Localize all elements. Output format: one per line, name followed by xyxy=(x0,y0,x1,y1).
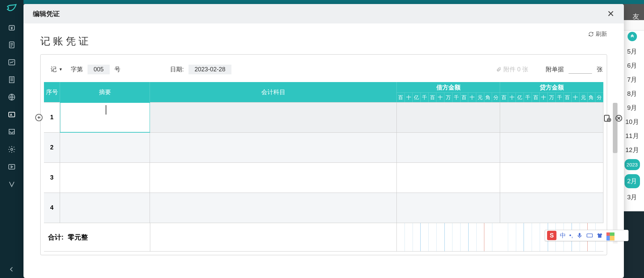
table-total-row: 合计: 零元整 xyxy=(44,223,603,252)
row-index: 2 xyxy=(44,133,60,162)
refresh-button[interactable]: 刷新 xyxy=(596,30,607,38)
bill-count-input[interactable] xyxy=(569,65,592,74)
table-body: + 1 2 xyxy=(44,102,603,223)
friend-char: 友 xyxy=(633,12,639,21)
table-scrollbar[interactable] xyxy=(613,103,618,244)
modal-title: 编辑凭证 xyxy=(33,9,60,18)
ime-mode[interactable]: 中 xyxy=(560,231,566,239)
debit-cell[interactable] xyxy=(397,133,500,162)
ime-shirt-icon[interactable] xyxy=(596,232,603,239)
ime-punct-icon[interactable]: •, xyxy=(569,232,573,239)
table-header: 序号 摘要 会计科目 借方金额 百十亿千百十万千百十元角分 贷方金额 百十亿千百… xyxy=(44,82,603,102)
voucher-type-select[interactable]: 记 ▼ xyxy=(47,64,66,75)
debit-cell[interactable] xyxy=(397,163,500,193)
table-row[interactable]: 3 xyxy=(44,162,603,193)
chevron-down-icon: ▼ xyxy=(59,67,63,72)
total-text: 零元整 xyxy=(68,233,88,242)
voucher-table: 序号 摘要 会计科目 借方金额 百十亿千百十万千百十元角分 贷方金额 百十亿千百… xyxy=(44,82,603,252)
summary-cell[interactable] xyxy=(60,102,150,132)
date-label: 日期: xyxy=(170,65,184,73)
th-index: 序号 xyxy=(44,82,60,102)
nav-chart-icon[interactable] xyxy=(8,58,16,66)
modal-close-button[interactable]: ✕ xyxy=(607,9,614,18)
nav-gear-icon[interactable] xyxy=(8,145,16,153)
edit-voucher-modal: 编辑凭证 ✕ 刷新 记账凭证 记 ▼ 字第 005 号 日期: 2023-02-… xyxy=(23,4,624,278)
nav-receipt-icon[interactable] xyxy=(8,76,16,84)
nav-collapse-icon[interactable] xyxy=(8,265,16,273)
refresh-icon[interactable] xyxy=(588,31,594,37)
modal-header: 编辑凭证 ✕ xyxy=(23,4,624,23)
debit-cell[interactable] xyxy=(397,193,500,223)
ime-logo-icon: S xyxy=(547,231,556,240)
svg-rect-7 xyxy=(9,164,15,169)
table-row[interactable]: 4 xyxy=(44,193,603,223)
th-debit: 借方金额 百十亿千百十万千百十元角分 xyxy=(397,82,500,102)
month-pill-active[interactable]: 2月 xyxy=(625,174,640,188)
bill-label: 附单据 xyxy=(546,65,564,73)
th-account: 会计科目 xyxy=(150,82,397,102)
debit-digit-labels: 百十亿千百十万千百十元角分 xyxy=(397,93,500,102)
account-cell[interactable] xyxy=(150,163,397,193)
row-insert-icon[interactable] xyxy=(603,114,611,122)
ime-bar[interactable]: S 中 •, xyxy=(545,230,629,241)
row-index: 4 xyxy=(44,193,60,223)
voucher-number-input[interactable]: 005 xyxy=(88,65,110,74)
svg-rect-5 xyxy=(9,112,15,117)
row-tools xyxy=(603,114,623,122)
nav-card-icon[interactable] xyxy=(8,111,16,119)
voucher-sheet: 记 ▼ 字第 005 号 日期: 2023-02-28 附件 0 张 附单据 张 xyxy=(40,54,607,255)
credit-cell[interactable] xyxy=(500,133,603,162)
credit-digit-labels: 百十亿千百十万千百十元角分 xyxy=(500,93,603,102)
credit-cell[interactable] xyxy=(500,193,603,223)
voucher-date-input[interactable]: 2023-02-28 xyxy=(189,65,231,74)
summary-cell[interactable] xyxy=(60,133,150,162)
table-row[interactable]: + 1 xyxy=(44,102,603,132)
account-cell[interactable] xyxy=(150,133,397,162)
hao-label: 号 xyxy=(114,65,120,73)
ime-mic-icon[interactable] xyxy=(576,232,583,239)
th-summary: 摘要 xyxy=(60,82,150,102)
account-cell[interactable] xyxy=(150,102,397,132)
row-index: 3 xyxy=(44,163,60,193)
credit-cell[interactable] xyxy=(500,102,603,132)
nav-video-icon[interactable] xyxy=(8,163,16,171)
nav-doc-icon[interactable] xyxy=(8,41,16,49)
total-debit xyxy=(397,223,500,251)
left-nav xyxy=(0,0,23,278)
brand-logo-icon xyxy=(6,3,17,14)
year-pill[interactable]: 2023 xyxy=(625,159,640,170)
svg-point-6 xyxy=(11,148,13,150)
nav-v-icon[interactable] xyxy=(8,180,16,188)
row-add-button[interactable]: + xyxy=(35,114,43,121)
voucher-meta-row: 记 ▼ 字第 005 号 日期: 2023-02-28 附件 0 张 附单据 张 xyxy=(43,64,605,82)
scroll-top-button[interactable] xyxy=(628,32,637,41)
titlebar-accent xyxy=(23,0,644,4)
zhang-label: 张 xyxy=(597,65,603,73)
total-label: 合计: xyxy=(48,233,64,242)
summary-cell[interactable] xyxy=(60,163,150,193)
ime-grid-icon[interactable] xyxy=(606,232,612,238)
zi-di-label: 字第 xyxy=(71,65,83,73)
summary-cell[interactable] xyxy=(60,193,150,223)
paperclip-icon xyxy=(496,67,501,72)
nav-inbox-icon[interactable] xyxy=(8,128,16,136)
debit-cell[interactable] xyxy=(397,102,500,132)
ime-keyboard-icon[interactable] xyxy=(586,232,593,239)
nav-globe-icon[interactable] xyxy=(8,93,16,101)
row-delete-icon[interactable] xyxy=(615,114,623,122)
credit-cell[interactable] xyxy=(500,163,603,193)
page-title: 记账凭证 xyxy=(40,34,607,48)
attachment-indicator[interactable]: 附件 0 张 xyxy=(496,65,528,73)
row-index: + 1 xyxy=(44,102,60,132)
th-credit: 贷方金额 百十亿千百十万千百十元角分 xyxy=(500,82,603,102)
account-cell[interactable] xyxy=(150,193,397,223)
nav-money-icon[interactable] xyxy=(8,23,16,31)
text-cursor xyxy=(106,105,106,115)
table-row[interactable]: 2 xyxy=(44,132,603,162)
svg-rect-8 xyxy=(587,234,593,237)
